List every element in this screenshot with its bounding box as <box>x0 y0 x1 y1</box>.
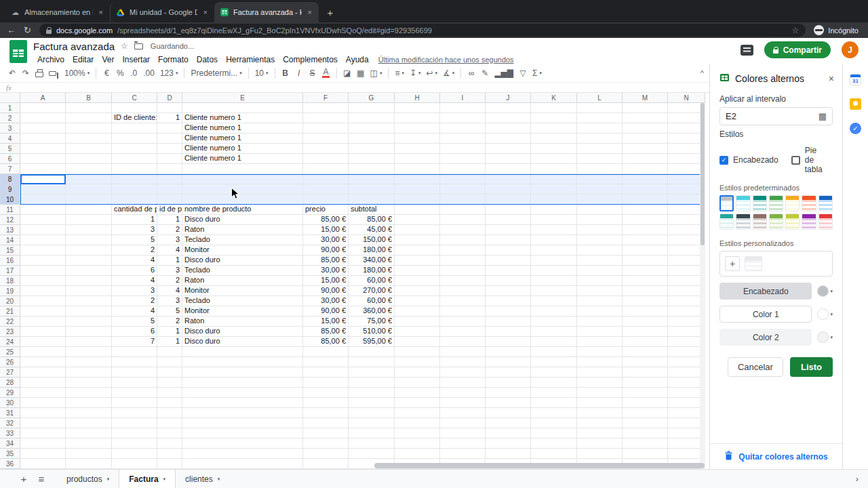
cell-M9[interactable] <box>623 184 668 195</box>
preset-style-green[interactable] <box>769 195 783 211</box>
cell-E15[interactable]: Monitor <box>182 245 303 256</box>
cell-H17[interactable] <box>395 266 440 276</box>
star-icon[interactable]: ☆ <box>121 42 128 50</box>
cell-L11[interactable] <box>577 205 623 215</box>
cell-C15[interactable]: 2 <box>112 245 157 256</box>
cell-B4[interactable] <box>66 134 112 144</box>
cell-K27[interactable] <box>531 367 577 378</box>
cell-J29[interactable] <box>486 388 531 398</box>
add-custom-style-button[interactable]: + <box>725 256 740 271</box>
row-header-30[interactable]: 30 <box>0 398 20 408</box>
cell-H29[interactable] <box>395 388 440 398</box>
cell-E12[interactable]: Disco duro <box>182 215 303 225</box>
row-header-2[interactable]: 2 <box>0 113 20 123</box>
column-header-N[interactable]: N <box>668 93 705 103</box>
zoom-select[interactable]: 100%▾ <box>62 66 92 81</box>
cell-L3[interactable] <box>577 123 623 134</box>
style-button-color-2[interactable]: Color 2 <box>719 329 812 346</box>
row-header-24[interactable]: 24 <box>0 337 20 347</box>
cell-J5[interactable] <box>486 144 531 154</box>
cell-K32[interactable] <box>531 418 577 428</box>
cell-F8[interactable] <box>303 174 349 184</box>
row-header-33[interactable]: 33 <box>0 428 20 439</box>
cell-H30[interactable] <box>395 398 440 408</box>
cell-G13[interactable]: 45,00 € <box>349 225 395 235</box>
cell-E24[interactable]: Disco duro <box>182 337 303 347</box>
vertical-scrollbar-thumb[interactable] <box>701 103 705 245</box>
cell-A7[interactable] <box>20 164 66 174</box>
cell-G12[interactable]: 85,00 € <box>349 215 395 225</box>
cell-H21[interactable] <box>395 306 440 317</box>
cell-A20[interactable] <box>20 296 66 306</box>
cell-L2[interactable] <box>577 113 623 123</box>
cell-D9[interactable] <box>157 184 182 195</box>
cell-B26[interactable] <box>66 357 112 367</box>
cell-L30[interactable] <box>577 398 623 408</box>
tasks-icon[interactable]: ✓ <box>850 123 861 134</box>
bookmark-star-icon[interactable]: ☆ <box>792 26 800 35</box>
cell-C29[interactable] <box>112 388 157 398</box>
cell-A14[interactable] <box>20 235 66 245</box>
cell-A5[interactable] <box>20 144 66 154</box>
cell-L22[interactable] <box>577 317 623 327</box>
preset-style-teal-light[interactable] <box>719 214 734 230</box>
cell-F15[interactable]: 90,00 € <box>303 245 349 256</box>
cell-I22[interactable] <box>440 317 486 327</box>
row-header-14[interactable]: 14 <box>0 235 20 245</box>
cell-F28[interactable] <box>303 378 349 388</box>
merge-cells-icon[interactable]: ◫▾ <box>368 66 385 81</box>
cell-L27[interactable] <box>577 367 623 378</box>
cell-H4[interactable] <box>395 134 440 144</box>
print-icon[interactable] <box>33 66 46 81</box>
cell-M5[interactable] <box>623 144 668 154</box>
cell-F23[interactable]: 85,00 € <box>303 327 349 337</box>
cell-M4[interactable] <box>623 134 668 144</box>
cell-D2[interactable]: 1 <box>157 113 182 123</box>
cell-B23[interactable] <box>66 327 112 337</box>
caret-down-icon[interactable]: ▾ <box>830 312 833 317</box>
cell-K33[interactable] <box>531 428 577 439</box>
column-header-C[interactable]: C <box>112 93 157 103</box>
cell-M2[interactable] <box>623 113 668 123</box>
cell-F19[interactable]: 90,00 € <box>303 286 349 296</box>
cell-I20[interactable] <box>440 296 486 306</box>
column-header-I[interactable]: I <box>440 93 486 103</box>
cell-L26[interactable] <box>577 357 623 367</box>
cell-K12[interactable] <box>531 215 577 225</box>
sheets-logo[interactable] <box>9 40 27 65</box>
cell-D15[interactable]: 4 <box>157 245 182 256</box>
cell-H22[interactable] <box>395 317 440 327</box>
cell-M28[interactable] <box>623 378 668 388</box>
cell-K24[interactable] <box>531 337 577 347</box>
cell-E16[interactable]: Disco duro <box>182 256 303 266</box>
cell-L17[interactable] <box>577 266 623 276</box>
header-checkbox-label[interactable]: Encabezado <box>733 155 778 165</box>
cell-E29[interactable] <box>182 388 303 398</box>
undo-icon[interactable]: ↶ <box>5 66 19 81</box>
cell-B22[interactable] <box>66 317 112 327</box>
cell-F16[interactable]: 85,00 € <box>303 256 349 266</box>
caret-down-icon[interactable]: ▾ <box>218 476 220 482</box>
cell-K2[interactable] <box>531 113 577 123</box>
cell-C28[interactable] <box>112 378 157 388</box>
cell-B5[interactable] <box>66 144 112 154</box>
cell-C14[interactable]: 5 <box>112 235 157 245</box>
cell-G35[interactable] <box>349 449 395 459</box>
cell-G14[interactable]: 150,00 € <box>349 235 395 245</box>
cell-J16[interactable] <box>486 256 531 266</box>
cell-B24[interactable] <box>66 337 112 347</box>
cell-B20[interactable] <box>66 296 112 306</box>
cell-K11[interactable] <box>531 205 577 215</box>
cell-G23[interactable]: 510,00 € <box>349 327 395 337</box>
column-header-E[interactable]: E <box>182 93 303 103</box>
cell-I21[interactable] <box>440 306 486 317</box>
cell-G19[interactable]: 270,00 € <box>349 286 395 296</box>
formula-bar[interactable]: fx <box>0 83 709 93</box>
cell-J2[interactable] <box>486 113 531 123</box>
cell-K5[interactable] <box>531 144 577 154</box>
column-header-K[interactable]: K <box>531 93 577 103</box>
cell-C31[interactable] <box>112 408 157 418</box>
cell-E18[interactable]: Raton <box>182 276 303 286</box>
cell-A3[interactable] <box>20 123 66 134</box>
preset-style-yellow[interactable] <box>785 195 800 211</box>
